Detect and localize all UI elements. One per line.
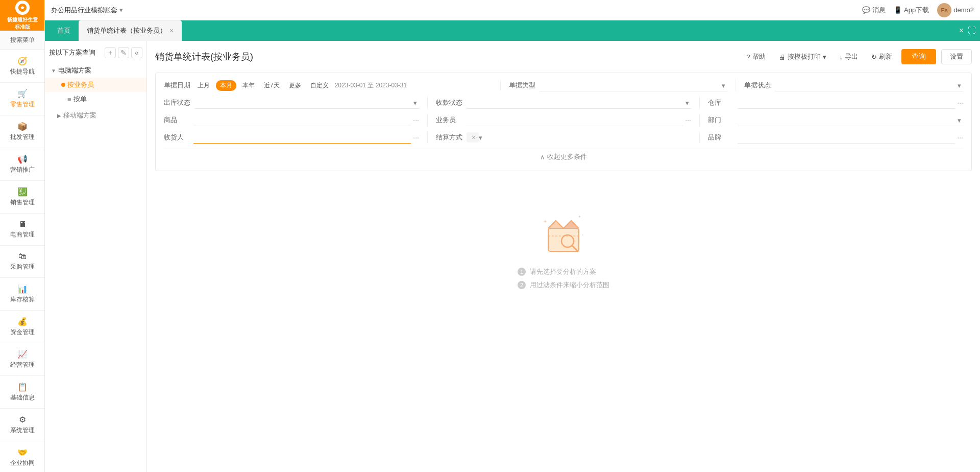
department-input[interactable] — [738, 114, 963, 126]
salesperson-dots[interactable]: ··· — [685, 116, 691, 124]
product-dots[interactable]: ··· — [413, 116, 419, 124]
warehouse-control[interactable]: ··· — [738, 97, 963, 109]
out-status-control[interactable]: ▾ — [194, 97, 419, 109]
tab-close-icon[interactable]: × — [169, 27, 174, 34]
brand-dots[interactable]: ··· — [957, 133, 963, 141]
wholesale-label: 批发管理 — [10, 133, 35, 141]
finance-icon: 💰 — [17, 317, 28, 326]
date-btn-this-year[interactable]: 本年 — [239, 80, 258, 91]
date-btn-this-month[interactable]: 本月 — [216, 80, 236, 91]
lp-item-by-order[interactable]: ≡ 按单 — [45, 92, 146, 106]
consignee-control[interactable]: ··· — [193, 131, 419, 144]
product-control[interactable]: ··· — [193, 114, 419, 126]
tab-sales-stats[interactable]: 销货单统计表（按业务员） × — [79, 20, 182, 41]
department-label: 部门 — [708, 115, 733, 125]
warehouse-dots[interactable]: ··· — [957, 99, 963, 107]
settings-button[interactable]: 设置 — [941, 49, 972, 64]
mobile-section-title[interactable]: ▶ 移动端方案 — [45, 108, 146, 123]
filter-doc-type: 单据类型 ▾ — [509, 79, 737, 91]
maximize-window-icon[interactable]: ⛶ — [968, 27, 976, 35]
empty-tip-1: 1 请先选择要分析的方案 — [518, 267, 609, 276]
user-profile[interactable]: Ea demo2 — [937, 3, 974, 17]
settlement-arrow-icon: ▾ — [479, 134, 482, 141]
department-control[interactable]: ▾ — [738, 114, 963, 126]
avatar: Ea — [937, 3, 951, 17]
salesperson-control[interactable]: ··· — [465, 114, 691, 126]
sidebar-item-operations[interactable]: 📈 经营管理 — [0, 343, 44, 376]
message-btn[interactable]: 💬 消息 — [862, 6, 886, 15]
sidebar-search[interactable]: 搜索菜单 — [0, 31, 44, 50]
left-panel: 按以下方案查询 + ✎ « ▼ 电脑端方案 按业务员 ≡ 按单 — [45, 41, 147, 472]
consignee-dots[interactable]: ··· — [413, 133, 419, 141]
retail-label: 零售管理 — [10, 100, 35, 109]
app-title-text: 办公用品行业模拟账套 — [51, 6, 117, 15]
collapse-button[interactable]: ∧ 收起更多条件 — [164, 149, 963, 164]
tab-home[interactable]: 首页 — [49, 20, 79, 41]
out-status-input[interactable] — [194, 97, 419, 109]
brand-input[interactable] — [738, 131, 955, 144]
lp-add-btn[interactable]: + — [105, 47, 116, 58]
empty-state: ✦ ✦ ✦ 1 请先选择要分析的方案 2 用过滤条件来缩小分析范围 — [155, 177, 972, 310]
salesperson-input[interactable] — [465, 114, 683, 126]
export-btn[interactable]: ↓ 导出 — [836, 50, 863, 63]
product-input[interactable] — [193, 114, 411, 126]
basic-icon: 📋 — [17, 382, 28, 392]
filter-settlement: 结算方式 × ▾ — [436, 132, 700, 143]
consignee-input[interactable] — [193, 131, 411, 144]
app-title-dropdown-icon[interactable]: ▾ — [119, 6, 123, 14]
refresh-icon: ↻ — [871, 53, 877, 61]
brand-control[interactable]: ··· — [738, 131, 963, 144]
lp-item-by-salesperson[interactable]: 按业务员 — [45, 78, 146, 92]
lp-collapse-btn[interactable]: « — [131, 47, 142, 58]
desktop-section-title[interactable]: ▼ 电脑端方案 — [45, 63, 146, 78]
doc-type-input[interactable] — [540, 79, 728, 91]
sidebar-item-inventory[interactable]: 📊 库存核算 — [0, 278, 44, 311]
sidebar-item-quick-nav[interactable]: 🧭 快捷导航 — [0, 50, 44, 83]
receipt-status-control[interactable]: ▾ — [467, 97, 691, 109]
refresh-label: 刷新 — [879, 52, 892, 61]
sidebar-item-finance[interactable]: 💰 资金管理 — [0, 311, 44, 343]
filter-row-3: 商品 ··· 业务员 ··· 部门 — [164, 114, 963, 126]
doc-type-control[interactable]: ▾ — [540, 79, 728, 91]
empty-tips: 1 请先选择要分析的方案 2 用过滤条件来缩小分析范围 — [518, 267, 609, 290]
refresh-btn[interactable]: ↻ 刷新 — [867, 50, 896, 63]
help-btn[interactable]: ? 帮助 — [742, 50, 769, 63]
filter-product: 商品 ··· — [164, 114, 428, 126]
receipt-status-input[interactable] — [467, 97, 691, 109]
lp-edit-btn[interactable]: ✎ — [118, 47, 129, 58]
date-btn-more[interactable]: 更多 — [286, 80, 304, 91]
sidebar-item-system[interactable]: ⚙ 系统管理 — [0, 409, 44, 441]
sidebar-item-wholesale[interactable]: 📦 批发管理 — [0, 115, 44, 148]
filter-salesperson: 业务员 ··· — [436, 114, 700, 126]
message-label: 消息 — [872, 6, 886, 15]
template-print-btn[interactable]: 🖨 按模板打印 ▾ — [775, 50, 830, 63]
doc-status-control[interactable]: ▾ — [775, 79, 963, 91]
left-panel-title: 按以下方案查询 — [49, 48, 95, 57]
lp-actions: + ✎ « — [105, 47, 142, 58]
inventory-icon: 📊 — [17, 284, 28, 294]
filter-warehouse: 仓库 ··· — [708, 97, 963, 109]
wholesale-icon: 📦 — [17, 122, 28, 131]
query-button[interactable]: 查询 — [901, 49, 936, 64]
sidebar-item-basic[interactable]: 📋 基础信息 — [0, 376, 44, 409]
app-download-btn[interactable]: 📱 App下载 — [894, 6, 929, 15]
warehouse-input[interactable] — [738, 97, 955, 109]
date-label: 单据日期 — [164, 81, 190, 90]
sidebar-item-sales[interactable]: 💹 销售管理 — [0, 181, 44, 214]
close-window-icon[interactable]: × — [959, 27, 964, 35]
sidebar-item-collab[interactable]: 🤝 企业协同 — [0, 441, 44, 472]
sub-item-icon: ≡ — [67, 96, 71, 103]
page-title: 销货单统计表(按业务员) — [155, 51, 253, 63]
sidebar-item-retail[interactable]: 🛒 零售管理 — [0, 83, 44, 115]
template-print-dropdown-icon: ▾ — [823, 53, 826, 61]
settlement-control[interactable]: × ▾ — [467, 132, 691, 143]
doc-status-input[interactable] — [775, 79, 963, 91]
sidebar-item-ecommerce[interactable]: 🖥 电商管理 — [0, 214, 44, 246]
sidebar-item-marketing[interactable]: 📢 营销推广 — [0, 148, 44, 181]
sidebar-item-purchase[interactable]: 🛍 采购管理 — [0, 246, 44, 278]
date-btn-last-month[interactable]: 上月 — [194, 80, 213, 91]
settlement-close-icon[interactable]: × — [472, 133, 476, 141]
sales-icon: 💹 — [17, 187, 28, 197]
date-btn-custom[interactable]: 自定义 — [307, 80, 332, 91]
date-btn-last-7[interactable]: 近7天 — [261, 80, 283, 91]
